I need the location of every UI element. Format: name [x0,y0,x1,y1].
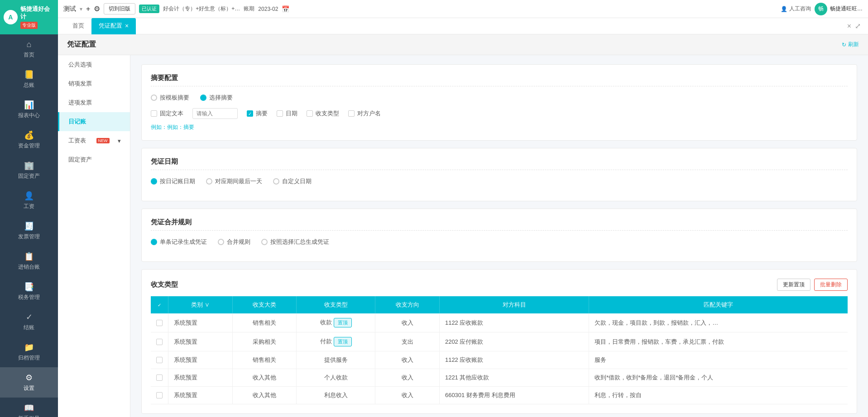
row-checkbox-3[interactable] [156,374,163,381]
td-checkbox[interactable] [151,313,168,332]
left-nav-label: 进项发票 [68,99,92,106]
radio-template-summary[interactable]: 按模板摘要 [151,94,189,102]
sidebar-label: 资金管理 [18,142,40,150]
sidebar-icon: 👤 [24,191,34,201]
batch-delete-btn[interactable]: 批量删除 [814,279,848,291]
reset-tag-btn[interactable]: 置顶 [334,337,352,346]
topbar-gear-btn[interactable]: ⚙ [94,5,100,13]
radio-journal-date[interactable]: 按日记账日期 [151,177,195,185]
sidebar-logo: A 畅捷通好会计 专业版 [0,0,58,34]
sidebar-item-资金管理[interactable]: 💰资金管理 [0,125,58,155]
td-account: 2202 应付账款 [439,332,589,351]
left-nav-label: 固定资产 [68,156,92,163]
topbar-plus-btn[interactable]: + [86,5,90,13]
radio-custom-date[interactable]: 自定义日期 [273,177,312,185]
tab-voucher-config-label: 凭证配置 [99,22,122,30]
sidebar-label: 结账 [24,324,34,332]
left-nav: 公共选项销项发票进项发票日记账工资表NEW▾固定资产 [58,55,130,417]
left-nav-item-公共选项[interactable]: 公共选项 [58,55,130,74]
left-nav-item-进项发票[interactable]: 进项发票 [58,93,130,112]
radio-merge-rule[interactable]: 合并规则 [218,238,250,246]
td-checkbox[interactable] [151,387,168,404]
topbar-consult-btn[interactable]: 👤 人工咨询 [781,5,811,13]
sidebar-item-首页[interactable]: ⌂首页 [0,34,58,64]
table-header-actions: 更新置顶 批量删除 [777,279,848,291]
row-checkbox-box [156,339,163,345]
row-checkbox-box [156,374,163,381]
row-checkbox-4[interactable] [156,392,163,398]
topbar-arrow: ▾ [80,6,82,12]
sidebar-item-固定资产[interactable]: 🏢固定资产 [0,155,58,185]
period-calendar-icon[interactable]: 📅 [282,5,289,13]
sidebar-item-工资[interactable]: 👤工资 [0,185,58,216]
sidebar-icon: 📁 [24,342,34,352]
select-all-checkbox[interactable]: ✓ [156,302,163,308]
radio-last-day[interactable]: 对应期间最后一天 [206,177,262,185]
checkbox-summary-box: ✓ [247,110,253,117]
tab-expand-btn[interactable]: ⤢ [855,22,861,30]
tab-close-window-btn[interactable]: × [847,22,851,30]
checkbox-summary[interactable]: ✓ 摘要 [247,109,268,118]
row-checkbox-1[interactable] [156,339,163,345]
sidebar-item-新手引导[interactable]: 📖新手引导 [0,398,58,417]
switch-version-btn[interactable]: 切到旧版 [104,3,135,14]
radio-aggregate[interactable]: 按照选择汇总生成凭证 [261,238,329,246]
td-checkbox[interactable] [151,369,168,387]
table-row: 系统预置 销售相关 提供服务 收入 1122 应收账款 服务 [151,351,848,369]
section-voucher-date: 凭证日期 按日记账日期 对应期间最后一天 自定义日期 [141,148,857,201]
sidebar-icon: 📒 [24,70,34,80]
date-radio-group: 按日记账日期 对应期间最后一天 自定义日期 [151,177,848,185]
sidebar-icon: 🏢 [24,161,34,171]
checkbox-date[interactable]: 日期 [277,109,297,118]
summary-radio-group: 按模板摘要 选择摘要 [151,94,848,102]
topbar-user[interactable]: 畅 畅捷通旺旺… [815,3,863,15]
td-checkbox[interactable] [151,351,168,369]
td-keywords: 项目，日常费用，报销款，车费，承兑汇票，付款 [589,332,848,351]
sidebar-item-进销台账[interactable]: 📋进销台账 [0,246,58,276]
td-keywords: 服务 [589,351,848,369]
sidebar-item-总账[interactable]: 📒总账 [0,64,58,95]
row-checkbox-box [156,320,163,326]
tab-close-btn[interactable]: × [125,22,129,29]
row-checkbox-2[interactable] [156,357,163,363]
radio-select-summary[interactable]: 选择摘要 [200,94,233,102]
td-direction: 收入 [375,369,440,387]
checkbox-type[interactable]: 收支类型 [307,109,339,118]
sidebar-item-报表中心[interactable]: 📊报表中心 [0,95,58,125]
td-type: 个人收款 [297,369,375,387]
tab-home[interactable]: 首页 [65,18,91,34]
sidebar-icon: ⚙ [25,373,33,383]
tab-voucher-config[interactable]: 凭证配置 × [91,18,136,34]
th-type: 收支类型 [297,296,375,313]
sidebar-item-税务管理[interactable]: 📑税务管理 [0,276,58,307]
sidebar-label: 报表中心 [18,112,40,119]
radio-single-record[interactable]: 单条记录生成凭证 [151,238,207,246]
sidebar-item-归档管理[interactable]: 📁归档管理 [0,337,58,367]
checkbox-fixed-text[interactable]: 固定文本 [151,109,183,118]
left-nav-item-工资表[interactable]: 工资表NEW▾ [58,131,130,150]
section-merge-title: 凭证合并规则 [151,218,848,231]
sidebar-icon: 📑 [24,282,34,292]
refresh-btn[interactable]: ↻ 刷新 [842,41,859,48]
row-checkbox-0[interactable] [156,320,163,326]
td-checkbox[interactable] [151,332,168,351]
sidebar-icon: 📋 [24,251,34,261]
checkbox-date-box [277,110,283,117]
sidebar-item-发票管理[interactable]: 🧾发票管理 [0,216,58,246]
summary-checkbox-row: 固定文本 ✓ 摘要 日期 收支类型 [151,108,848,119]
sidebar-item-结账[interactable]: ✓结账 [0,307,58,337]
content-header: 凭证配置 ↻ 刷新 [58,34,868,55]
th-direction: 收支方向 [375,296,440,313]
topbar: 测试 ▾ + ⚙ 切到旧版 已认证 好会计（专）+好生意（标）+… 账期 202… [58,0,868,18]
left-nav-item-销项发票[interactable]: 销项发票 [58,74,130,93]
section-summary-config: 摘要配置 按模板摘要 选择摘要 [141,64,857,141]
checkbox-counterpart[interactable]: 对方户名 [348,109,381,118]
reset-tag-btn[interactable]: 置顶 [334,318,352,327]
fixed-text-input[interactable] [192,108,238,119]
section-income-expense: 收支类型 更新置顶 批量删除 ✓ [141,269,857,414]
left-nav-item-固定资产[interactable]: 固定资产 [58,150,130,169]
tab-bar-actions: × ⤢ [847,22,861,30]
sidebar-item-设置[interactable]: ⚙设置 [0,367,58,398]
left-nav-item-日记账[interactable]: 日记账 [58,112,130,131]
update-top-btn[interactable]: 更新置顶 [777,279,810,291]
